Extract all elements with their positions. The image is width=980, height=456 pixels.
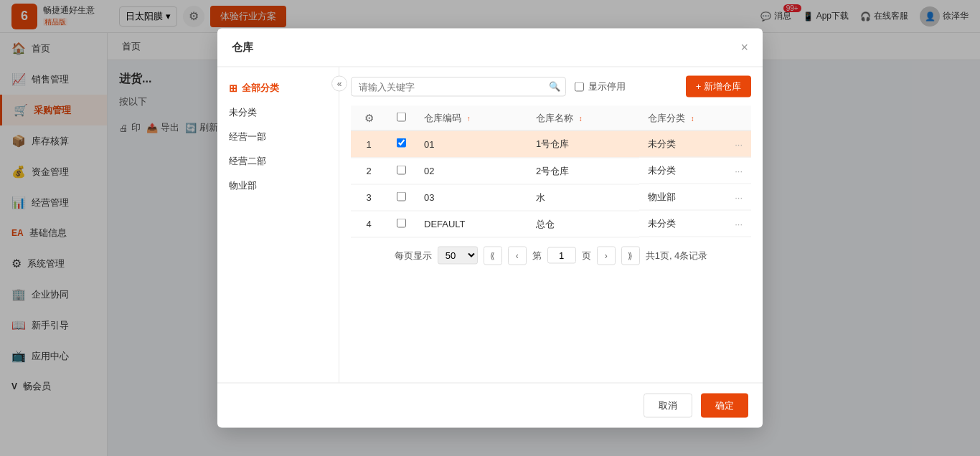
search-wrap: 🔍 xyxy=(351,77,566,96)
row-actions-icon[interactable]: ··· xyxy=(735,165,743,176)
row-code: DEFAULT xyxy=(415,211,527,237)
table-row[interactable]: 2 02 2号仓库 未分类··· xyxy=(351,158,751,184)
col-settings: ⚙ xyxy=(351,106,387,131)
page-size-select[interactable]: 50 100 200 xyxy=(438,247,478,265)
table-row[interactable]: 1 01 1号仓库 未分类··· xyxy=(351,130,751,158)
next-page-button[interactable]: › xyxy=(597,246,616,265)
row-category: 物业部··· xyxy=(639,184,751,211)
row-name: 1号仓库 xyxy=(527,130,639,158)
row-checkbox[interactable] xyxy=(387,158,415,184)
category-item-ops2[interactable]: 经营二部 xyxy=(217,149,339,174)
confirm-button[interactable]: 确定 xyxy=(701,394,748,418)
first-page-button[interactable]: ⟪ xyxy=(484,246,502,265)
modal-footer: 取消 确定 xyxy=(217,383,763,428)
category-item-unclassified[interactable]: 未分类 xyxy=(217,100,339,125)
category-item-ops1[interactable]: 经营一部 xyxy=(217,125,339,149)
show-disabled-label: 显示停用 xyxy=(588,80,626,93)
table-gear-icon[interactable]: ⚙ xyxy=(364,112,374,124)
row-name: 水 xyxy=(527,184,639,211)
row-code: 02 xyxy=(415,158,527,184)
search-input[interactable] xyxy=(351,77,566,96)
page-size-label: 每页显示 xyxy=(395,249,432,262)
sort-icon-cat: ↕ xyxy=(691,115,694,123)
total-info: 共1页, 4条记录 xyxy=(646,249,708,262)
col-checkbox xyxy=(387,106,415,131)
row-index: 3 xyxy=(351,184,387,211)
table-toolbar: 🔍 显示停用 + 新增仓库 xyxy=(351,76,751,98)
page-unit: 页 xyxy=(582,249,591,262)
row-name: 2号仓库 xyxy=(527,158,639,184)
page-label: 第 xyxy=(532,249,542,262)
select-all-checkbox[interactable] xyxy=(397,113,406,122)
warehouse-table: ⚙ 仓库编码 ↑ 仓库名称 ↕ xyxy=(351,106,751,238)
cancel-button[interactable]: 取消 xyxy=(644,394,692,418)
page-number-input[interactable] xyxy=(547,247,576,264)
modal-title: 仓库 xyxy=(232,41,253,54)
row-code: 03 xyxy=(415,184,527,211)
show-disabled-checkbox[interactable] xyxy=(575,82,584,91)
pagination: 每页显示 50 100 200 ⟪ ‹ 第 页 › ⟫ 共1页, 4条记录 xyxy=(351,237,751,273)
grid-icon: ⊞ xyxy=(229,82,237,94)
row-checkbox[interactable] xyxy=(387,184,415,211)
row-name: 总仓 xyxy=(527,211,639,237)
add-warehouse-button[interactable]: + 新增仓库 xyxy=(686,76,751,98)
row-index: 2 xyxy=(351,158,387,184)
table-row[interactable]: 3 03 水 物业部··· xyxy=(351,184,751,211)
row-checkbox[interactable] xyxy=(387,130,415,158)
show-disabled-wrap: 显示停用 xyxy=(575,80,626,93)
row-actions-icon[interactable]: ··· xyxy=(735,138,743,149)
modal-header: 仓库 × xyxy=(217,29,763,67)
row-index: 4 xyxy=(351,211,387,237)
table-panel: 🔍 显示停用 + 新增仓库 ⚙ xyxy=(339,67,763,383)
category-item-property[interactable]: 物业部 xyxy=(217,174,339,198)
chevron-left-icon: « xyxy=(337,79,342,89)
row-code: 01 xyxy=(415,130,527,158)
collapse-panel-button[interactable]: « xyxy=(331,76,347,92)
search-icon[interactable]: 🔍 xyxy=(549,81,560,92)
row-category: 未分类··· xyxy=(639,131,751,158)
col-category-header[interactable]: 仓库分类 ↕ xyxy=(639,106,751,131)
col-name-header[interactable]: 仓库名称 ↕ xyxy=(527,106,639,131)
row-category: 未分类··· xyxy=(639,158,751,184)
last-page-button[interactable]: ⟫ xyxy=(621,246,640,265)
col-code-header[interactable]: 仓库编码 ↑ xyxy=(415,106,527,131)
category-all[interactable]: ⊞ 全部分类 xyxy=(217,76,339,100)
prev-page-button[interactable]: ‹ xyxy=(508,246,527,265)
row-category: 未分类··· xyxy=(639,211,751,237)
row-actions-icon[interactable]: ··· xyxy=(735,191,743,202)
table-row[interactable]: 4 DEFAULT 总仓 未分类··· xyxy=(351,211,751,237)
row-checkbox[interactable] xyxy=(387,211,415,237)
category-all-label: 全部分类 xyxy=(242,82,279,95)
category-panel: ⊞ 全部分类 « 未分类 经营一部 经营二部 物业部 xyxy=(217,67,339,383)
close-button[interactable]: × xyxy=(740,40,748,55)
sort-icon: ↑ xyxy=(467,115,471,123)
row-actions-icon[interactable]: ··· xyxy=(735,218,743,229)
modal-body: ⊞ 全部分类 « 未分类 经营一部 经营二部 物业部 🔍 显示停用 xyxy=(217,67,763,383)
sort-icon-name: ↕ xyxy=(579,115,583,123)
warehouse-modal: 仓库 × ⊞ 全部分类 « 未分类 经营一部 经营二部 物业部 🔍 xyxy=(217,29,763,428)
row-index: 1 xyxy=(351,130,387,158)
